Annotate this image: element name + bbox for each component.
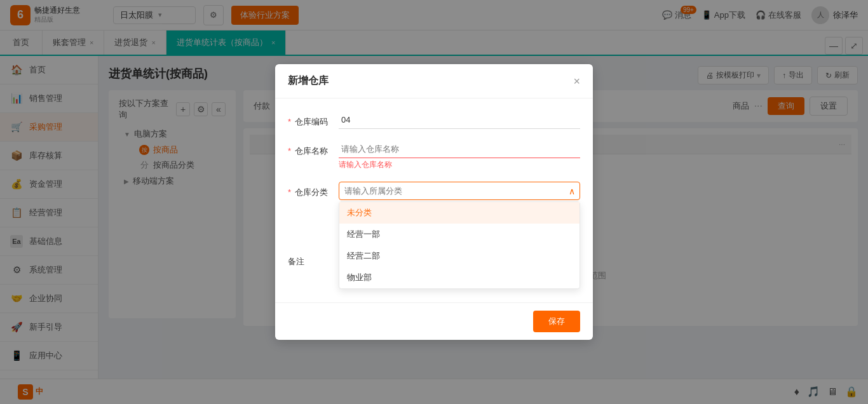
modal-title: 新增仓库 <box>288 74 329 88</box>
dropdown-item-0[interactable]: 未分类 <box>339 202 580 224</box>
modal-overlay[interactable]: 新增仓库 × * 仓库编码 * 仓库名称 <box>0 0 868 404</box>
modal-close-button[interactable]: × <box>573 76 580 87</box>
warehouse-modal: 新增仓库 × * 仓库编码 * 仓库名称 <box>275 64 593 340</box>
form-row-category: * 仓库分类 ∧ 未分类 经营一部 经营二部 物业部 <box>288 182 580 200</box>
code-label: * 仓库编码 <box>288 111 339 128</box>
category-input[interactable] <box>339 182 580 200</box>
category-dropdown: 未分类 经营一部 经营二部 物业部 <box>339 201 580 289</box>
form-row-code: * 仓库编码 <box>288 111 580 129</box>
name-error-msg: 请输入仓库名称 <box>339 159 580 170</box>
name-field: 请输入仓库名称 <box>339 140 580 170</box>
name-input[interactable] <box>339 140 580 158</box>
modal-header: 新增仓库 × <box>275 64 593 98</box>
code-input[interactable] <box>339 111 580 129</box>
dropdown-item-3[interactable]: 物业部 <box>339 267 580 288</box>
category-label: * 仓库分类 <box>288 182 339 198</box>
category-arrow-icon[interactable]: ∧ <box>569 186 575 196</box>
dropdown-item-1[interactable]: 经营一部 <box>339 224 580 245</box>
required-star-3: * <box>288 187 291 197</box>
category-field: ∧ 未分类 经营一部 经营二部 物业部 <box>339 182 580 200</box>
remark-label: 备注 <box>288 251 339 267</box>
required-star: * <box>288 117 291 126</box>
save-button[interactable]: 保存 <box>533 311 580 332</box>
modal-footer: 保存 <box>275 302 593 340</box>
required-star-2: * <box>288 146 291 156</box>
form-row-name: * 仓库名称 请输入仓库名称 <box>288 140 580 170</box>
dropdown-item-2[interactable]: 经营二部 <box>339 245 580 267</box>
modal-body: * 仓库编码 * 仓库名称 请输入仓库名称 <box>275 98 593 302</box>
code-field <box>339 111 580 129</box>
name-label: * 仓库名称 <box>288 140 339 157</box>
